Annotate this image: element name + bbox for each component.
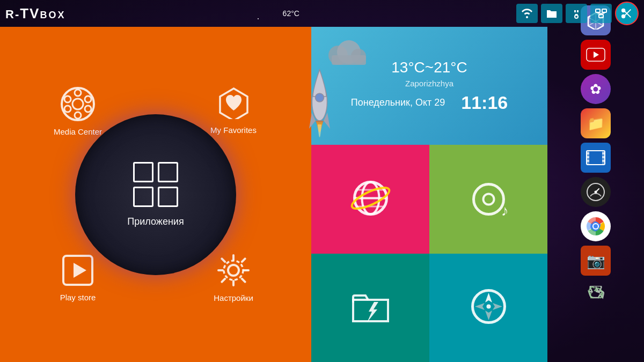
svg-rect-51 (587, 160, 589, 162)
applications-label: Приложения (127, 216, 184, 227)
svg-point-40 (486, 305, 491, 309)
heart-hexagon-icon (216, 87, 251, 119)
compass-icon (469, 286, 509, 329)
svg-rect-54 (602, 160, 605, 162)
app-square-3 (133, 187, 153, 207)
compass-svg (469, 286, 509, 327)
svg-point-57 (595, 191, 597, 194)
wifi-icon (521, 9, 533, 18)
weather-time: 11:16 (461, 92, 508, 113)
svg-rect-2 (602, 9, 606, 12)
usb-icon (571, 8, 582, 19)
folder-icon-btn[interactable] (541, 4, 562, 23)
weather-city: Zaporizhzhya (405, 79, 453, 88)
purple-app-icon: ✿ (590, 81, 602, 98)
camera-icon: 📷 (587, 252, 605, 270)
gear-icon (217, 254, 250, 287)
app-square-2 (158, 162, 178, 182)
music-note: ♪ (501, 203, 509, 218)
scissors-icon (621, 8, 633, 19)
svg-rect-52 (602, 152, 605, 154)
sidebar-folder-app[interactable]: 📁 (581, 108, 611, 138)
apps-grid-icon (133, 162, 178, 207)
svg-rect-49 (587, 152, 589, 154)
cd-music-icon: ♪ (469, 179, 509, 219)
weather-tile[interactable]: 13°C~21°C Zaporizhzhya Понедельник, Окт … (311, 27, 547, 145)
network-icon-btn[interactable] (590, 4, 612, 23)
compass-tile[interactable] (429, 254, 547, 363)
weather-date-row: Понедельник, Окт 29 11:16 (351, 92, 508, 113)
svg-point-17 (85, 106, 91, 112)
weather-temperature: 13°C~21°C (391, 59, 467, 76)
settings-icon (217, 254, 250, 289)
folder-svg (350, 289, 391, 324)
favorites-icon (216, 87, 251, 121)
logo-r: R- (5, 8, 20, 21)
cpu-temp: 62°C (283, 9, 299, 18)
rocket-svg (308, 59, 332, 166)
settings-label: Настройки (214, 293, 253, 302)
film-reel-icon (59, 85, 97, 123)
svg-point-15 (75, 112, 81, 119)
svg-rect-3 (599, 14, 603, 18)
svg-point-24 (224, 261, 243, 280)
svg-point-14 (75, 90, 81, 96)
svg-point-16 (64, 96, 71, 102)
svg-point-12 (62, 88, 94, 120)
svg-point-0 (575, 15, 578, 18)
sidebar-recycle-app[interactable] (581, 280, 611, 310)
svg-rect-53 (602, 156, 605, 158)
recycle-icon (587, 286, 604, 304)
svg-rect-46 (587, 151, 605, 165)
svg-point-26 (315, 93, 324, 102)
ie-icon (350, 178, 391, 220)
film-icon (586, 150, 605, 165)
status-icons (516, 2, 639, 25)
svg-point-13 (72, 99, 83, 109)
play-button-icon (62, 254, 94, 286)
network-icon (595, 9, 607, 18)
wifi-icon-btn[interactable] (516, 4, 538, 23)
svg-point-23 (228, 265, 239, 276)
sidebar-speed-app[interactable] (581, 177, 611, 207)
media-tile[interactable]: ♪ (429, 145, 547, 254)
logo-box: BOX (40, 10, 65, 20)
sidebar-purple-app[interactable]: ✿ (581, 74, 611, 104)
svg-point-63 (594, 224, 598, 228)
applications-circle[interactable]: Приложения (75, 114, 236, 275)
left-panel: Media Center My Favorites (0, 27, 311, 362)
app-tiles-grid: ♪ (311, 145, 547, 362)
ie-svg (350, 178, 391, 218)
weather-date: Понедельник, Окт 29 (351, 97, 445, 108)
sidebar-camera-app[interactable]: 📷 (581, 246, 611, 276)
logo-tv: TV (20, 5, 40, 21)
right-panel: 13°C~21°C Zaporizhzhya Понедельник, Окт … (311, 27, 547, 362)
folder-lightning-icon (350, 289, 391, 326)
play-store-icon (62, 254, 94, 289)
play-store-label: Play store (60, 293, 96, 302)
svg-rect-30 (332, 55, 366, 65)
svg-point-37 (473, 184, 503, 214)
rocket-decoration (306, 54, 333, 335)
media-center-label: Media Center (54, 127, 102, 136)
main-layout: Media Center My Favorites (0, 27, 547, 362)
svg-rect-1 (596, 9, 600, 12)
settings-highlighted-btn[interactable] (615, 2, 639, 25)
svg-marker-22 (74, 263, 86, 278)
chrome-icon (586, 217, 605, 236)
right-sidebar: ✿ 📁 (547, 0, 644, 362)
app-square-4 (158, 187, 178, 207)
speedometer-icon (586, 182, 605, 202)
app-square-1 (133, 162, 153, 182)
media-center-icon (59, 85, 97, 123)
sidebar-youtube-app[interactable] (581, 40, 611, 70)
folder-icon (546, 8, 558, 19)
app-logo: R-TVBOX (5, 5, 65, 22)
sidebar-video-app[interactable] (581, 143, 611, 173)
sidebar-chrome-app[interactable] (581, 211, 611, 241)
top-bar: R-TVBOX 62°C (0, 0, 644, 27)
usb-icon-btn[interactable] (566, 4, 587, 23)
my-favorites-label: My Favorites (210, 125, 257, 135)
svg-point-38 (483, 194, 494, 204)
svg-rect-50 (587, 156, 589, 158)
